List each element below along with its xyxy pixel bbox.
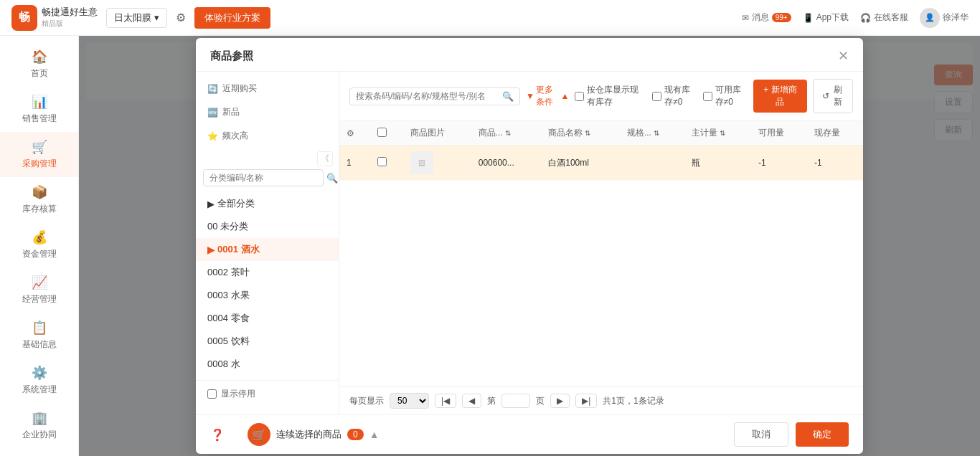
refresh-button[interactable]: ↺ 刷新 (813, 79, 853, 113)
filter-icon: ▼ (526, 91, 534, 101)
col-settings[interactable]: ⚙ (339, 121, 370, 146)
inventory-filter-label[interactable]: 现有库存≠0 (652, 84, 697, 108)
star-icon: ⭐ (207, 131, 218, 141)
category-tab-frequent[interactable]: ⭐ 频次高 (203, 126, 331, 146)
category-list: ▶ 全部分类 00 未分类 ▶ 0001 酒水 0002 茶 (196, 192, 339, 380)
col-spec[interactable]: 规格... (620, 121, 684, 146)
store-selector[interactable]: 日太阳膜 ▾ (106, 8, 167, 28)
message-nav-item[interactable]: ✉ 消息 99+ (742, 11, 791, 24)
table-row[interactable]: 1 🖼 000600... 白酒100ml (339, 146, 863, 181)
logo-area: 畅 畅捷通好生意 精品版 (11, 5, 98, 31)
mobile-icon: 📱 (803, 13, 814, 23)
app-download-nav-item[interactable]: 📱 App下载 (803, 11, 849, 24)
inventory-icon: 📦 (32, 184, 47, 200)
product-search-input[interactable] (356, 91, 499, 101)
sidebar-item-enterprise[interactable]: 🏢 企业协同 (0, 403, 78, 448)
close-icon[interactable]: ✕ (838, 48, 849, 64)
col-available: 可用量 (751, 121, 807, 146)
available-filter-label[interactable]: 可用库存≠0 (703, 84, 748, 108)
sidebar-item-sales[interactable]: 📊 销售管理 (0, 87, 78, 132)
col-unit[interactable]: 主计量 (684, 121, 751, 146)
sales-icon: 📊 (32, 94, 47, 110)
table-scroll[interactable]: ⚙ 商品图片 商品... 商品名称 规格... 主计量 可用量 (339, 121, 863, 386)
show-disabled-checkbox[interactable] (207, 389, 217, 399)
filter-button[interactable]: ▼ 更多条件 ▲ (526, 84, 569, 108)
category-item-all[interactable]: ▶ 全部分类 (196, 192, 339, 215)
next-page-button[interactable]: ▶ (550, 394, 570, 408)
select-all-checkbox[interactable] (377, 128, 387, 137)
message-badge: 99+ (772, 13, 791, 22)
message-icon: ✉ (742, 13, 749, 23)
per-page-select[interactable]: 50 100 200 (390, 393, 429, 409)
col-code[interactable]: 商品... (471, 121, 542, 146)
enterprise-icon: 🏢 (32, 410, 47, 426)
category-tab-recent[interactable]: 🔄 近期购买 (203, 79, 331, 98)
footer-buttons: 取消 确定 (734, 422, 849, 447)
refresh-icon: ↺ (822, 91, 829, 101)
online-service-nav-item[interactable]: 🎧 在线客服 (860, 11, 908, 24)
sidebar-item-operations[interactable]: 📈 经营管理 (0, 267, 78, 313)
warehouse-filter-checkbox[interactable] (575, 92, 584, 101)
main-content: 查询 设置 刷新 商品参照 ✕ 🔄 (79, 36, 980, 456)
sidebar-item-home[interactable]: 🏠 首页 (0, 42, 78, 87)
cart-collapse-icon[interactable]: ▲ (369, 429, 380, 440)
category-item-0008[interactable]: 0008 水 (196, 353, 339, 376)
finance-icon: 💰 (32, 229, 47, 245)
cart-icon[interactable]: 🛒 (248, 423, 270, 446)
category-search-input[interactable] (203, 169, 324, 186)
category-item-0003[interactable]: 0003 水果 (196, 284, 339, 307)
experience-button[interactable]: 体验行业方案 (194, 7, 270, 29)
search-icon[interactable]: 🔍 (502, 91, 514, 102)
content-panel: 🔍 ▼ 更多条件 ▲ 按仓库显示现有库存 (339, 72, 863, 414)
sidebar-item-newguide[interactable]: 🆕 新手引导 (0, 448, 78, 456)
table-header-row: ⚙ 商品图片 商品... 商品名称 规格... 主计量 可用量 (339, 121, 863, 146)
col-name[interactable]: 商品名称 (541, 121, 620, 146)
active-arrow-icon: ▶ (207, 244, 215, 255)
add-product-button[interactable]: + 新增商品 (753, 80, 807, 113)
user-profile[interactable]: 👤 徐泽华 (920, 8, 969, 28)
purchase-icon: 🛒 (32, 139, 47, 155)
warehouse-filter-label[interactable]: 按仓库显示现有库存 (575, 84, 646, 108)
new-icon: 🆕 (207, 108, 218, 118)
inventory-filter-checkbox[interactable] (652, 92, 661, 101)
app-layout: 🏠 首页 📊 销售管理 🛒 采购管理 📦 库存核算 💰 资金管理 📈 经营管理 … (0, 36, 980, 456)
table-area: ⚙ 商品图片 商品... 商品名称 规格... 主计量 可用量 (339, 121, 863, 414)
sidebar-item-system[interactable]: ⚙️ 系统管理 (0, 358, 78, 403)
gear-icon[interactable]: ⚙ (176, 11, 186, 24)
expand-arrow-icon: ▶ (207, 199, 215, 209)
available-filter-checkbox[interactable] (703, 92, 712, 101)
category-search-icon[interactable]: 🔍 (326, 173, 338, 184)
product-thumbnail: 🖼 (410, 151, 433, 174)
prev-page-button[interactable]: ◀ (462, 394, 481, 408)
cell-seq: 1 (339, 146, 370, 181)
top-nav: 畅 畅捷通好生意 精品版 日太阳膜 ▾ ⚙ 体验行业方案 ✉ 消息 99+ 📱 … (0, 0, 980, 36)
col-checkbox (370, 121, 403, 146)
row-checkbox[interactable] (377, 157, 387, 166)
home-icon: 🏠 (32, 49, 47, 65)
cell-checkbox[interactable] (370, 146, 403, 181)
col-stock: 现存量 (807, 121, 863, 146)
category-item-0005[interactable]: 0005 饮料 (196, 330, 339, 353)
first-page-button[interactable]: |◀ (435, 394, 456, 408)
page-number-input[interactable]: 1 (501, 394, 530, 408)
sidebar-item-purchase[interactable]: 🛒 采购管理 (0, 132, 78, 177)
category-panel: 🔄 近期购买 🆕 新品 ⭐ 频次高 (196, 72, 339, 414)
cell-available: -1 (751, 146, 807, 181)
category-item-0001[interactable]: ▶ 0001 酒水 (196, 238, 339, 261)
cancel-button[interactable]: 取消 (734, 422, 788, 447)
show-disabled-area: 显示停用 (196, 380, 339, 407)
sidebar-item-basic[interactable]: 📋 基础信息 (0, 313, 78, 358)
category-item-0004[interactable]: 0004 零食 (196, 307, 339, 330)
category-tab-new[interactable]: 🆕 新品 (203, 103, 331, 122)
category-item-00[interactable]: 00 未分类 (196, 215, 339, 238)
help-icon[interactable]: ❓ (210, 428, 225, 442)
cell-code: 000600... (471, 146, 542, 181)
sidebar-item-finance[interactable]: 💰 资金管理 (0, 222, 78, 267)
search-box: 🔍 (349, 87, 520, 105)
sidebar-item-inventory[interactable]: 📦 库存核算 (0, 177, 78, 222)
last-page-button[interactable]: ▶| (575, 394, 597, 408)
confirm-button[interactable]: 确定 (796, 422, 849, 447)
chevron-down-icon: ▾ (154, 12, 159, 23)
category-item-0002[interactable]: 0002 茶叶 (196, 261, 339, 284)
collapse-panel-icon[interactable]: 《 (317, 151, 333, 166)
